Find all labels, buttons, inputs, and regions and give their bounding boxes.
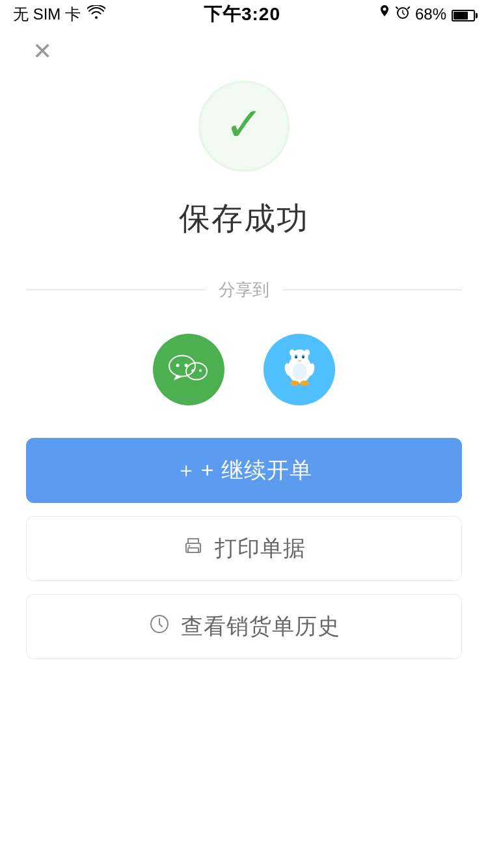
print-label: 打印单据 <box>215 534 306 563</box>
svg-point-4 <box>185 364 188 367</box>
share-icons <box>26 334 462 405</box>
continue-label: + 继续开单 <box>201 455 312 485</box>
location-icon <box>379 5 390 23</box>
status-bar: 无 SIM 卡 下午3:20 68% <box>0 0 488 29</box>
svg-rect-21 <box>188 548 198 552</box>
alarm-icon <box>396 5 410 23</box>
svg-point-17 <box>305 349 310 356</box>
svg-point-12 <box>302 357 304 359</box>
continue-button[interactable]: ＋ + 继续开单 <box>26 438 462 503</box>
svg-point-14 <box>290 381 299 386</box>
print-button[interactable]: 打印单据 <box>26 516 462 581</box>
qq-icon <box>282 348 318 391</box>
wifi-icon <box>87 5 105 23</box>
share-divider: 分享到 <box>26 278 462 301</box>
status-right: 68% <box>379 5 475 23</box>
wechat-icon <box>167 350 210 389</box>
svg-point-1 <box>169 356 195 377</box>
status-time: 下午3:20 <box>204 2 280 27</box>
svg-point-6 <box>199 370 202 372</box>
svg-point-15 <box>300 381 309 386</box>
no-sim-text: 无 SIM 卡 <box>13 4 81 25</box>
svg-point-3 <box>176 364 180 367</box>
history-label: 查看销货单历史 <box>181 612 340 642</box>
share-label: 分享到 <box>206 278 282 301</box>
action-buttons: ＋ + 继续开单 打印单据 查看销货单历 <box>0 438 488 659</box>
svg-point-5 <box>191 370 194 372</box>
close-icon: ✕ <box>33 40 52 63</box>
checkmark-icon: ✓ <box>224 101 264 148</box>
main-content: ✓ 保存成功 分享到 <box>0 29 488 659</box>
qq-share-button[interactable] <box>264 334 335 405</box>
plus-icon: ＋ <box>176 456 197 485</box>
close-button[interactable]: ✕ <box>26 35 59 68</box>
history-button[interactable]: 查看销货单历史 <box>26 594 462 659</box>
svg-point-16 <box>290 349 295 356</box>
share-section: 分享到 <box>0 278 488 405</box>
clock-icon <box>148 613 170 640</box>
status-left: 无 SIM 卡 <box>13 4 105 25</box>
success-circle: ✓ <box>198 81 290 172</box>
battery-text: 68% <box>415 5 446 23</box>
svg-point-13 <box>292 363 306 380</box>
svg-point-2 <box>186 363 207 380</box>
svg-point-11 <box>295 357 297 359</box>
svg-point-22 <box>189 545 191 547</box>
success-title: 保存成功 <box>179 198 309 239</box>
printer-icon <box>182 535 204 562</box>
battery-icon <box>452 5 475 23</box>
wechat-share-button[interactable] <box>153 334 224 405</box>
